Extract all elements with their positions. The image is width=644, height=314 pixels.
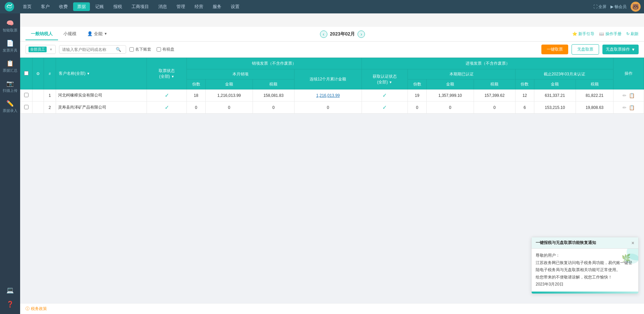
edit-icon: ✏️ xyxy=(6,100,14,107)
svg-point-0 xyxy=(5,2,14,11)
row-checkbox-0[interactable] xyxy=(24,93,29,97)
search-box: 🔍 xyxy=(59,45,126,54)
nav-manage[interactable]: 管理 xyxy=(172,2,189,11)
member-icon: ▶ xyxy=(610,4,613,9)
nav-invoice[interactable]: 票据 xyxy=(73,2,90,11)
pc-icon: 💻 xyxy=(6,287,14,294)
th-num: # xyxy=(44,58,56,89)
sidebar: 🧠 智能取票 📄 发票开具 📋 票据汇总 📷 扫描上传 ✏️ 票据录入 💻 ❓ xyxy=(0,13,20,314)
view-action-btn[interactable]: 📋 xyxy=(629,93,635,98)
nav-menu: 首页 客户 收费 票据 记账 报税 工商项目 消息 管理 经营 服务 设置 xyxy=(19,2,593,11)
tab-all[interactable]: 👤 全能 ▼ xyxy=(82,28,113,40)
book-icon: 📖 xyxy=(599,32,604,36)
nav-fee[interactable]: 收费 xyxy=(55,2,72,11)
nav-service[interactable]: 服务 xyxy=(209,2,225,11)
tab-general-taxpayer[interactable]: 一般纳税人 xyxy=(25,28,58,40)
th-confirmed-amount: 金额 xyxy=(427,79,474,89)
diskless-operation-btn[interactable]: 无盘取票操作 ▼ xyxy=(602,45,639,54)
employee-badge: 全部员工 xyxy=(29,47,47,52)
refresh-btn[interactable]: ↻ 刷新 xyxy=(626,31,639,37)
select-all-checkbox[interactable] xyxy=(24,71,29,75)
nav-bookkeeping[interactable]: 记账 xyxy=(91,2,108,11)
new-guide-btn[interactable]: ⭐ 新手引导 xyxy=(572,31,594,37)
app-logo xyxy=(3,1,15,13)
fullscreen-btn[interactable]: ⛶ 全屏 xyxy=(593,4,606,10)
th-confirmed-tax: 税额 xyxy=(474,79,515,89)
checkbox-has-tax-disk[interactable]: 有税盘 xyxy=(157,47,174,52)
nav-business[interactable]: 工商项目 xyxy=(127,2,153,11)
invoice-table-wrap: ⚙ # 客户名称(全部) ▼ 取票状态 (全部) ▼ 销项发票（不含作废票） 进… xyxy=(20,58,644,114)
row-confirmed-amount: 0 xyxy=(427,102,474,114)
th-sales-group: 销项发票（不含作废票） xyxy=(187,58,362,69)
sidebar-item-scan-upload[interactable]: 📷 扫描上传 xyxy=(1,77,19,96)
row-checkbox-cell xyxy=(20,102,33,114)
nav-operation[interactable]: 经营 xyxy=(191,2,207,11)
th-sales-tax: 税额 xyxy=(253,79,294,89)
sidebar-item-invoice-open[interactable]: 📄 发票开具 xyxy=(1,37,19,56)
invoice-table-body: 1 河北柯橡樟实业有限公司 ✓ 18 1,216,013.99 158,081.… xyxy=(20,89,644,114)
my-accounts-checkbox[interactable] xyxy=(129,47,134,52)
row-confirmed-tax: 0 xyxy=(474,102,515,114)
th-purchase-group: 进项发票（不含作废票） xyxy=(362,58,613,69)
th-ticket-status: 取票状态 (全部) ▼ xyxy=(147,58,187,89)
nav-settings[interactable]: 设置 xyxy=(227,2,244,11)
tax-policy-link[interactable]: 税务政策 xyxy=(31,306,47,312)
consecutive-12-link[interactable]: 1,216,013.99 xyxy=(316,93,340,98)
table-row: 1 河北柯橡樟实业有限公司 ✓ 18 1,216,013.99 158,081.… xyxy=(20,89,644,102)
row-confirm-status: ✓ xyxy=(362,102,408,114)
checkbox-my-accounts[interactable]: 名下账套 xyxy=(129,47,151,52)
tax-policy-icon: ⓘ xyxy=(25,306,30,312)
has-tax-disk-checkbox[interactable] xyxy=(157,47,161,52)
prev-period-btn[interactable]: ‹ xyxy=(320,30,327,38)
period-nav: ‹ 2023年02月 › xyxy=(320,30,365,38)
row-sales-shares: 18 xyxy=(187,89,206,102)
search-input[interactable] xyxy=(62,47,116,52)
row-customer-name: 灵寿县尚泽矿产品有限公司 xyxy=(56,102,147,114)
member-btn[interactable]: ▶ 畅会员 xyxy=(610,4,627,10)
notification-popup: 一键报税与无盘取票功能恢复通知 × 🌿 尊敬的用户： 江苏政务网已恢复访问电子税… xyxy=(531,237,639,294)
diskless-ticket-btn[interactable]: 无盘取票 xyxy=(572,44,599,55)
sidebar-item-pc[interactable]: 💻 xyxy=(1,284,19,297)
row-sales-tax: 158,081.83 xyxy=(253,89,294,102)
edit-action-btn[interactable]: ✏ xyxy=(623,105,627,110)
chevron-down-icon: ▼ xyxy=(104,32,107,36)
sidebar-item-invoice-summary[interactable]: 📋 票据汇总 xyxy=(1,57,19,76)
view-action-btn[interactable]: 📋 xyxy=(629,105,635,110)
sidebar-bottom: 💻 ❓ xyxy=(1,284,19,314)
row-checkbox-1[interactable] xyxy=(24,105,29,109)
notification-close-btn[interactable]: × xyxy=(632,240,634,246)
notification-title: 一键报税与无盘取票功能恢复通知 xyxy=(536,240,596,246)
refresh-icon: ↻ xyxy=(626,32,630,36)
nav-message[interactable]: 消息 xyxy=(154,2,171,11)
nav-customer[interactable]: 客户 xyxy=(37,2,54,11)
consecutive-12-link: 0 xyxy=(327,105,329,110)
one-key-ticket-btn[interactable]: 一键取票 xyxy=(541,45,568,54)
ticket-status-icon: ✓ xyxy=(165,92,169,98)
row-settings-cell xyxy=(33,102,44,114)
row-confirm-status: ✓ xyxy=(362,89,408,102)
invoice-table: ⚙ # 客户名称(全部) ▼ 取票状态 (全部) ▼ 销项发票（不含作废票） 进… xyxy=(20,58,644,114)
manual-btn[interactable]: 📖 操作手册 xyxy=(599,31,621,37)
nav-home[interactable]: 首页 xyxy=(19,2,36,11)
sidebar-item-help[interactable]: ❓ xyxy=(1,298,19,311)
user-icon: 👤 xyxy=(87,31,93,36)
row-consecutive12: 1,216,013.99 xyxy=(294,89,362,102)
row-confirmed-shares: 19 xyxy=(408,89,427,102)
search-icon[interactable]: 🔍 xyxy=(116,47,121,52)
sidebar-item-smart-ticket[interactable]: 🧠 智能取票 xyxy=(1,17,19,36)
next-period-btn[interactable]: › xyxy=(358,30,365,38)
avatar[interactable]: 🐻 xyxy=(631,2,641,12)
th-unconfirmed-shares: 份数 xyxy=(515,79,534,89)
help-icon: ❓ xyxy=(6,301,14,308)
tab-small-scale[interactable]: 小规模 xyxy=(58,28,82,40)
nav-tax[interactable]: 报税 xyxy=(109,2,126,11)
confirm-status-icon: ✓ xyxy=(382,92,387,98)
sidebar-item-invoice-entry[interactable]: ✏️ 票据录入 xyxy=(1,97,19,116)
employee-select[interactable]: 全部员工 ▼ xyxy=(25,45,56,54)
settings-icon[interactable]: ⚙ xyxy=(36,71,40,76)
row-unconfirmed-tax: 19,808.63 xyxy=(576,102,613,114)
row-confirmed-tax: 157,399.62 xyxy=(474,89,515,102)
row-action-cell: ✏ 📋 xyxy=(613,102,644,114)
th-until-march-2023: 截止2023年03月未认证 xyxy=(515,69,613,79)
edit-action-btn[interactable]: ✏ xyxy=(623,93,627,98)
